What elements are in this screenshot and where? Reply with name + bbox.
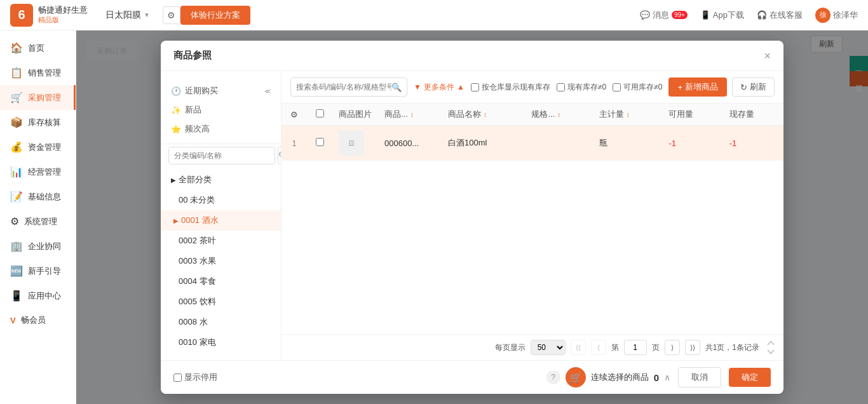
cat-0010[interactable]: 0010 家电 xyxy=(161,332,281,353)
new-label: 新品 xyxy=(185,104,201,116)
available-checkbox-label[interactable]: 现有库存≠0 xyxy=(557,82,606,93)
sidebar-item-operation[interactable]: 📊 经营管理 xyxy=(0,159,76,184)
app-download-item[interactable]: 📱 App下载 xyxy=(700,10,744,21)
sidebar-item-basic[interactable]: 📝 基础信息 xyxy=(0,184,76,209)
add-product-button[interactable]: + 新增商品 xyxy=(668,77,727,97)
help-button[interactable]: ? xyxy=(546,370,560,384)
cat-0004[interactable]: 0004 零食 xyxy=(161,271,281,292)
col-unit-label: 主计量 xyxy=(599,109,624,120)
sidebar-item-home[interactable]: 🏠 首页 xyxy=(0,36,76,60)
cat-0005[interactable]: 0005 饮料 xyxy=(161,292,281,312)
row-img: 🖼 xyxy=(332,126,378,161)
operation-icon: 📊 xyxy=(10,166,23,178)
confirm-button[interactable]: 确定 xyxy=(729,368,771,387)
col-code-label: 商品... xyxy=(384,109,408,120)
chevron-down-icon: ▼ xyxy=(144,11,150,18)
search-input[interactable] xyxy=(296,83,391,91)
apps-icon: 📱 xyxy=(10,290,23,302)
first-page-button[interactable]: ⟨⟨ xyxy=(571,340,586,355)
product-panel: 🔍 ▼ 更多条件 ▲ 按仓库显示现有库存 xyxy=(281,71,783,360)
home-icon: 🏠 xyxy=(10,42,23,54)
quick-access: 🕐 近期购买 ≪ ✨ 新品 ⭐ 频次高 xyxy=(161,79,281,141)
page-input[interactable] xyxy=(624,340,647,355)
select-all-checkbox[interactable] xyxy=(316,109,324,118)
scroll-down-icon[interactable] xyxy=(767,347,774,354)
table-row[interactable]: 1 🖼 xyxy=(281,126,783,161)
cart-icon: 🛒 xyxy=(569,372,582,384)
cat-0002[interactable]: 0002 茶叶 xyxy=(161,231,281,251)
show-disabled-checkbox[interactable] xyxy=(173,374,182,382)
trial-button[interactable]: 体验行业方案 xyxy=(180,6,250,25)
sidebar-item-finance[interactable]: 💰 资金管理 xyxy=(0,135,76,159)
cat-all[interactable]: ▶ 全部分类 xyxy=(161,170,281,190)
sidebar-item-guide[interactable]: 🆕 新手引导 xyxy=(0,259,76,283)
page-size-select[interactable]: 50 100 200 xyxy=(531,340,566,355)
brand-name: 畅捷通好生意 xyxy=(38,5,88,15)
question-icon: ? xyxy=(551,373,555,382)
online-service-item[interactable]: 🎧 在线客服 xyxy=(757,10,803,21)
sort-spec-icon: ↕ xyxy=(557,111,560,118)
recent-label: 近期购买 xyxy=(185,85,218,97)
col-code[interactable]: 商品... ↕ xyxy=(378,104,442,126)
col-settings[interactable]: ⚙ xyxy=(281,104,307,126)
action-buttons: + 新增商品 ↻ 刷新 xyxy=(668,77,775,97)
refresh-label: 刷新 xyxy=(750,81,766,93)
usable-checkbox[interactable] xyxy=(613,83,621,91)
cat-0001[interactable]: ▶ 0001 酒水 xyxy=(161,210,281,231)
prev-page-button[interactable]: ⟨ xyxy=(591,340,606,355)
available-checkbox[interactable] xyxy=(557,83,565,91)
col-available-label: 可用量 xyxy=(668,109,693,119)
gear-button[interactable]: ⚙ xyxy=(163,6,180,24)
warehouse-checkbox[interactable] xyxy=(471,83,479,91)
message-item[interactable]: 💬 消息 99+ xyxy=(640,10,688,21)
sidebar-item-enterprise[interactable]: 🏢 企业协同 xyxy=(0,234,76,259)
user-item[interactable]: 徐 徐泽华 xyxy=(815,8,858,23)
filter-label: 更多条件 xyxy=(424,82,454,93)
col-name[interactable]: 商品名称 ↕ xyxy=(442,104,525,126)
category-search-input[interactable] xyxy=(168,147,275,165)
refresh-button[interactable]: ↻ 刷新 xyxy=(732,77,775,97)
row-unit: 瓶 xyxy=(593,126,663,161)
sidebar-item-inventory[interactable]: 📦 库存核算 xyxy=(0,110,76,135)
table-body: 1 🖼 xyxy=(281,126,783,161)
sidebar-item-sales[interactable]: 📋 销售管理 xyxy=(0,60,76,85)
table-header-row: ⚙ 商品图片 xyxy=(281,104,783,126)
recent-purchase-item[interactable]: 🕐 近期购买 ≪ xyxy=(161,81,281,100)
collapse-button[interactable]: ∧ xyxy=(664,372,670,382)
category-divider xyxy=(161,144,281,144)
sidebar-item-system[interactable]: ⚙ 系统管理 xyxy=(0,209,76,234)
new-product-item[interactable]: ✨ 新品 xyxy=(161,100,281,119)
logo-area: 6 畅捷通好生意 精品版 xyxy=(10,4,93,27)
frequent-item[interactable]: ⭐ 频次高 xyxy=(161,119,281,138)
row-checkbox[interactable] xyxy=(316,138,324,146)
show-disabled-label[interactable]: 显示停用 xyxy=(173,372,217,383)
col-spec[interactable]: 规格... ↕ xyxy=(525,104,592,126)
sidebar-item-apps[interactable]: 📱 应用中心 xyxy=(0,283,76,308)
modal-close-button[interactable]: × xyxy=(764,50,771,62)
pagination-bar: 每页显示 50 100 200 ⟨⟨ ⟨ 第 页 ⟩ xyxy=(281,334,783,360)
last-page-button[interactable]: ⟩⟩ xyxy=(685,340,700,355)
row-check[interactable] xyxy=(307,126,332,161)
cat-0003[interactable]: 0003 水果 xyxy=(161,251,281,271)
sort-name-icon: ↕ xyxy=(484,111,487,118)
cart-button[interactable]: 🛒 xyxy=(566,367,586,387)
sidebar-item-purchase[interactable]: 🛒 采购管理 xyxy=(0,85,76,110)
cat-0008[interactable]: 0008 水 xyxy=(161,312,281,332)
sidebar-item-finance-label: 资金管理 xyxy=(28,142,61,153)
row-num: 1 xyxy=(281,126,307,161)
col-img: 商品图片 xyxy=(332,104,378,126)
sidebar-item-guide-label: 新手引导 xyxy=(28,266,61,277)
nav-selector[interactable]: 日太阳膜 ▼ xyxy=(105,10,150,21)
usable-checkbox-label[interactable]: 可用库存≠0 xyxy=(613,82,662,93)
col-stock: 现存量 xyxy=(723,104,783,126)
search-button[interactable]: 🔍 xyxy=(391,83,402,92)
next-page-button[interactable]: ⟩ xyxy=(665,340,680,355)
cancel-button[interactable]: 取消 xyxy=(678,367,721,387)
warehouse-checkbox-label[interactable]: 按仓库显示现有库存 xyxy=(471,82,550,93)
filter-arrow: ▲ xyxy=(457,83,465,91)
col-unit[interactable]: 主计量 ↕ xyxy=(593,104,663,126)
filter-button[interactable]: ▼ 更多条件 ▲ xyxy=(414,82,465,93)
collapse-arrow[interactable]: ≪ xyxy=(264,88,271,95)
sidebar-item-member[interactable]: V 畅会员 xyxy=(0,308,76,332)
cat-00[interactable]: 00 未分类 xyxy=(161,190,281,210)
